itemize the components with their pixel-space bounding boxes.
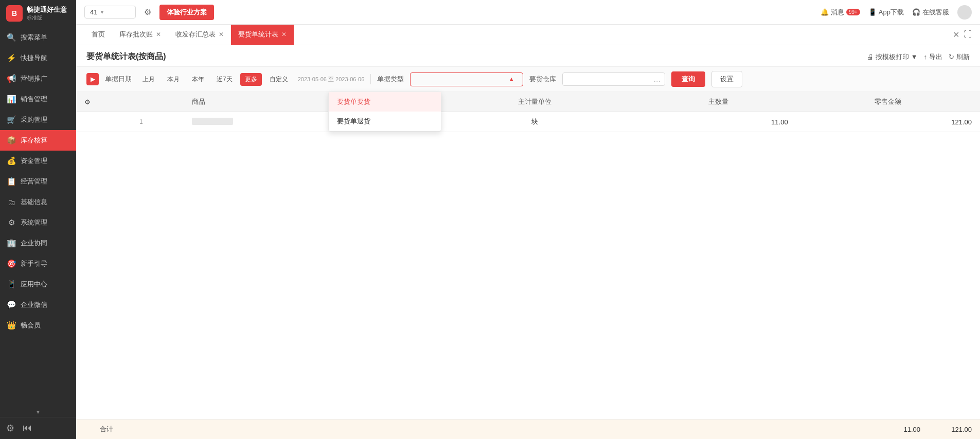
online-service-btn[interactable]: 🎧 在线客服 <box>912 8 949 17</box>
type-filter-chevron-icon[interactable]: ▲ <box>505 76 518 83</box>
sidebar-item-guide[interactable]: 🎯 新手引导 <box>0 253 76 274</box>
more-dates-btn[interactable]: 更多 <box>240 73 262 86</box>
operations-icon: 📋 <box>6 176 16 187</box>
tab-expand-icon[interactable]: ⛶ <box>964 30 972 40</box>
print-button[interactable]: 🖨 按模板打印 ▼ <box>867 52 918 62</box>
tab-close-all-icon[interactable]: ✕ <box>953 30 959 40</box>
sidebar-item-label: 采购管理 <box>21 115 47 124</box>
custom-date-btn[interactable]: 自定义 <box>265 73 293 86</box>
table-footer: 合计 11.00 121.00 <box>76 419 980 439</box>
sidebar-item-label: 企业微信 <box>21 300 47 309</box>
warehouse-input-wrap: … <box>562 72 665 86</box>
dropdown-item-order-return[interactable]: 要货单退货 <box>329 112 441 131</box>
sidebar-logo: B 畅捷通好生意 标准版 <box>0 0 76 27</box>
tab-close-icon[interactable]: ✕ <box>281 31 287 38</box>
sidebar-item-label: 新手引导 <box>21 259 47 268</box>
sidebar-item-marketing[interactable]: 📢 营销推广 <box>0 68 76 89</box>
sidebar-item-system[interactable]: ⚙ 系统管理 <box>0 212 76 233</box>
store-selector[interactable]: 41 ▼ <box>84 6 136 19</box>
system-icon: ⚙ <box>6 217 16 228</box>
tabs-actions: ✕ ⛶ <box>953 30 972 40</box>
sidebar-item-label: 销售管理 <box>21 95 47 104</box>
sidebar-item-quicknav[interactable]: ⚡ 快捷导航 <box>0 48 76 68</box>
footer-amount: 121.00 <box>931 426 972 433</box>
page-title: 要货单统计表(按商品) <box>86 51 166 62</box>
phone-icon: 📱 <box>868 8 877 16</box>
topbar-settings-button[interactable]: ⚙ <box>140 5 155 20</box>
collapse-button[interactable]: ⏮ <box>23 423 32 434</box>
tabs-bar: 首页 库存批次账 ✕ 收发存汇总表 ✕ 要货单统计表 ✕ ✕ ⛶ <box>76 25 980 45</box>
app-download-btn[interactable]: 📱 App下载 <box>868 8 904 17</box>
tab-batch[interactable]: 库存批次账 ✕ <box>112 25 168 45</box>
row-amount-cell: 121.00 <box>796 112 980 132</box>
tab-label: 要货单统计表 <box>238 30 278 39</box>
warehouse-input[interactable] <box>567 76 653 83</box>
sidebar-scroll-down[interactable]: ▼ <box>0 407 76 417</box>
this-month-btn[interactable]: 本月 <box>163 73 184 86</box>
tab-label: 库存批次账 <box>119 30 153 39</box>
appstore-icon: 📱 <box>6 279 16 289</box>
sidebar-item-appstore[interactable]: 📱 应用中心 <box>0 274 76 295</box>
type-filter-input[interactable] <box>411 73 505 86</box>
dropdown-item-order-goods[interactable]: 要货单要货 <box>329 92 441 112</box>
sidebar-item-inventory[interactable]: 📦 库存核算 <box>0 130 76 151</box>
trial-btn[interactable]: 体验行业方案 <box>159 5 214 20</box>
tab-order-stats[interactable]: 要货单统计表 ✕ <box>231 25 294 45</box>
refresh-icon: ↻ <box>949 53 954 61</box>
sidebar-nav: 🔍 搜索菜单 ⚡ 快捷导航 📢 营销推广 📊 销售管理 🛒 采购管理 📦 库存核… <box>0 27 76 407</box>
headset-icon: 🎧 <box>912 8 920 16</box>
tab-close-icon[interactable]: ✕ <box>156 31 161 38</box>
col-unit: 主计量单位 <box>429 92 641 112</box>
app-logo-text: 畅捷通好生意 标准版 <box>27 6 67 21</box>
filter-expand-button[interactable]: ▶ <box>86 73 99 85</box>
chevron-down-icon: ▼ <box>911 53 918 61</box>
purchase-icon: 🛒 <box>6 115 16 125</box>
query-button[interactable]: 查询 <box>671 71 705 87</box>
tab-close-icon[interactable]: ✕ <box>219 31 224 38</box>
messages-btn[interactable]: 🔔 消息 99+ <box>821 8 860 17</box>
topbar-right: 🔔 消息 99+ 📱 App下载 🎧 在线客服 <box>821 5 972 20</box>
date-buttons: 上月 本月 本年 近7天 更多 自定义 2023-05-06 至 2023-06… <box>138 73 364 86</box>
sidebar-item-operations[interactable]: 📋 经营管理 <box>0 171 76 192</box>
sidebar-item-sales[interactable]: 📊 销售管理 <box>0 89 76 109</box>
topbar-left: 41 ▼ ⚙ 体验行业方案 <box>84 5 814 20</box>
messages-label: 消息 <box>831 8 844 17</box>
messages-badge: 99+ <box>846 9 860 15</box>
this-year-btn[interactable]: 本年 <box>187 73 209 86</box>
footer-label: 合计 <box>84 425 208 434</box>
last-month-btn[interactable]: 上月 <box>138 73 159 86</box>
warehouse-more-icon[interactable]: … <box>653 75 661 83</box>
bell-icon: 🔔 <box>821 8 829 16</box>
refresh-button[interactable]: ↻ 刷新 <box>949 52 970 62</box>
tab-receipts[interactable]: 收发存汇总表 ✕ <box>168 25 231 45</box>
sidebar-item-search[interactable]: 🔍 搜索菜单 <box>0 27 76 48</box>
last-7-days-btn[interactable]: 近7天 <box>212 73 237 86</box>
sidebar-item-enterprise[interactable]: 🏢 企业协同 <box>0 233 76 253</box>
export-button[interactable]: ↑ 导出 <box>924 52 943 62</box>
row-qty-cell: 11.00 <box>641 112 796 132</box>
printer-icon: 🖨 <box>867 53 874 61</box>
sidebar-item-label: 畅会员 <box>21 321 41 330</box>
sidebar-item-purchase[interactable]: 🛒 采购管理 <box>0 109 76 130</box>
sidebar-item-wechat[interactable]: 💬 企业微信 <box>0 295 76 315</box>
sidebar-item-finance[interactable]: 💰 资金管理 <box>0 151 76 171</box>
sidebar-item-member[interactable]: 👑 畅会员 <box>0 315 76 336</box>
col-amount: 零售金额 <box>796 92 980 112</box>
wechat-icon: 💬 <box>6 300 16 310</box>
user-avatar[interactable] <box>957 5 972 20</box>
sidebar-item-label: 系统管理 <box>21 218 47 227</box>
search-icon: 🔍 <box>6 32 16 43</box>
topbar: 41 ▼ ⚙ 体验行业方案 🔔 消息 99+ 📱 App下载 🎧 在线客服 <box>76 0 980 25</box>
sidebar-item-basic[interactable]: 🗂 基础信息 <box>0 192 76 212</box>
warehouse-filter-label: 要货仓库 <box>529 75 556 84</box>
sidebar-item-label: 资金管理 <box>21 156 47 166</box>
set-button[interactable]: 设置 <box>711 71 742 87</box>
col-settings[interactable]: ⚙ <box>76 92 99 112</box>
col-qty: 主数量 <box>641 92 796 112</box>
filter-bar: ▶ 单据日期 上月 本月 本年 近7天 更多 自定义 2023-05-06 至 … <box>76 66 980 92</box>
sidebar: B 畅捷通好生意 标准版 🔍 搜索菜单 ⚡ 快捷导航 📢 营销推广 📊 销售管理… <box>0 0 76 439</box>
row-num-cell: 1 <box>99 112 184 132</box>
tab-home[interactable]: 首页 <box>84 25 112 45</box>
app-download-label: App下载 <box>879 8 904 17</box>
settings-button[interactable]: ⚙ <box>6 423 14 434</box>
